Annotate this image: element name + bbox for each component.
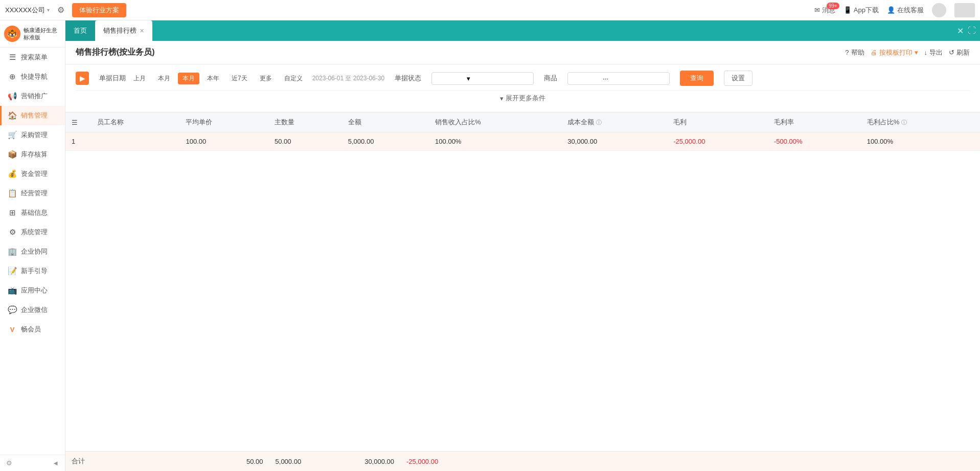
col-cost-amount: 成本全额 ⓘ	[561, 113, 667, 132]
gross-pct-info-icon[interactable]: ⓘ	[901, 119, 907, 125]
status-select[interactable]: ▾	[431, 72, 534, 85]
date-filter-label: 单据日期	[99, 74, 126, 83]
sidebar-item-finance[interactable]: 💰 资金管理	[0, 164, 65, 184]
sidebar-item-system[interactable]: ⚙ 系统管理	[0, 222, 65, 242]
goods-select[interactable]: ···	[567, 72, 670, 85]
settings-icon[interactable]: ⚙	[54, 3, 68, 17]
print-icon: 🖨	[871, 49, 877, 56]
sidebar-item-app-center[interactable]: 📺 应用中心	[0, 281, 65, 300]
member-icon: V	[8, 326, 17, 333]
cell-amount: 5,000.00	[342, 132, 429, 151]
status-chevron-icon: ▾	[467, 75, 470, 82]
page-header: 销售排行榜(按业务员) ? 帮助 🖨 按模板打印 ▾ ↓ 导出	[65, 41, 980, 64]
filter-row-1: ▶ 单据日期 上月 本月 本月 本年 近7天 更多 自定义 2023-06-01…	[76, 71, 970, 86]
enterprise-icon: 🏢	[8, 247, 17, 256]
export-button[interactable]: ↓ 导出	[924, 48, 943, 57]
cell-main-qty: 50.00	[268, 132, 342, 151]
date-btn-more[interactable]: 更多	[255, 73, 277, 84]
sidebar-label-member: 畅会员	[21, 325, 41, 334]
online-service-button[interactable]: 👤 在线客服	[887, 6, 924, 15]
tab-maximize-icon[interactable]: ⛶	[968, 26, 976, 35]
data-table: ☰ 员工名称 平均单价 主数量 全额 销售收入占比% 成本全额 ⓘ 毛利	[65, 113, 980, 151]
content-area: 首页 销售排行榜 ✕ ✕ ⛶ 销售排行榜(按业务员) ? 帮助	[65, 20, 980, 471]
finance-icon: 💰	[8, 169, 17, 178]
sidebar-item-basic[interactable]: ⊞ 基础信息	[0, 203, 65, 222]
template-print-button[interactable]: 🖨 按模板打印 ▾	[871, 48, 918, 57]
col-gross-pct: 毛利占比% ⓘ	[861, 113, 980, 132]
date-btn-active[interactable]: 本月	[178, 73, 199, 84]
date-btn-7days[interactable]: 近7天	[227, 73, 252, 84]
company-selector[interactable]: XXXXXX公司 ▾	[5, 6, 50, 15]
filter-toggle-button[interactable]: ▶	[76, 72, 89, 85]
tab-sales-ranking[interactable]: 销售排行榜 ✕	[95, 20, 152, 41]
date-btn-this-month[interactable]: 本月	[153, 73, 175, 84]
bottom-settings-icon[interactable]: ⚙	[6, 459, 12, 467]
sidebar-item-marketing[interactable]: 📢 营销推广	[0, 86, 65, 106]
col-amount: 全额	[342, 113, 429, 132]
date-btn-this-year[interactable]: 本年	[202, 73, 224, 84]
company-name: XXXXXX公司	[5, 6, 45, 15]
tab-home[interactable]: 首页	[65, 20, 95, 41]
collapse-icon[interactable]: ◄	[52, 459, 59, 467]
online-service-label: 在线客服	[897, 6, 924, 15]
refresh-button[interactable]: ↺ 刷新	[949, 48, 970, 57]
help-button[interactable]: ? 帮助	[845, 48, 864, 57]
app-download-button[interactable]: 📱 App下载	[844, 6, 879, 15]
sidebar-item-wechat[interactable]: 💬 企业微信	[0, 300, 65, 320]
top-bar: XXXXXX公司 ▾ ⚙ 体验行业方案 ✉ 消息 99+ 📱 App下载 👤 在…	[0, 0, 980, 20]
page-title: 销售排行榜(按业务员)	[76, 47, 155, 58]
sidebar-label-operation: 经营管理	[21, 189, 48, 198]
cell-rank: 1	[65, 132, 91, 151]
sidebar-item-sales[interactable]: 🏠 销售管理	[0, 106, 65, 125]
footer-total-label: 合计	[72, 457, 85, 465]
system-icon: ⚙	[8, 228, 17, 237]
logo-area: 🐯 畅康通好生意 标准版	[0, 20, 65, 48]
top-right-area: ✉ 消息 99+ 📱 App下载 👤 在线客服	[814, 3, 975, 17]
settings-button[interactable]: 设置	[724, 71, 753, 86]
date-btn-custom[interactable]: 自定义	[280, 73, 307, 84]
logo-symbol: 🐯	[7, 29, 17, 39]
sidebar-label-purchase: 采购管理	[21, 130, 48, 140]
sidebar-item-enterprise[interactable]: 🏢 企业协同	[0, 242, 65, 261]
sidebar-label-quick-nav: 快捷导航	[21, 72, 48, 81]
sidebar-item-guide[interactable]: 📝 新手引导	[0, 261, 65, 281]
date-btn-last-month[interactable]: 上月	[129, 73, 150, 84]
page-actions: ? 帮助 🖨 按模板打印 ▾ ↓ 导出 ↺ 刷新	[845, 48, 970, 57]
table-body: 1 100.00 50.00 5,000.00 100.00% 30,000.0…	[65, 132, 980, 151]
tab-close-icon[interactable]: ✕	[140, 28, 144, 34]
print-chevron-icon: ▾	[915, 49, 918, 56]
sidebar-item-operation[interactable]: 📋 经营管理	[0, 184, 65, 203]
chevron-down-icon: ▾	[47, 7, 50, 13]
table-wrapper: ☰ 员工名称 平均单价 主数量 全额 销售收入占比% 成本全额 ⓘ 毛利	[65, 113, 980, 451]
sidebar-item-purchase[interactable]: 🛒 采购管理	[0, 125, 65, 145]
cell-gross-pct: 100.00%	[861, 132, 980, 151]
app-download-label: App下载	[854, 6, 879, 15]
message-icon: ✉	[814, 6, 820, 14]
avatar[interactable]	[932, 3, 946, 17]
sidebar-label-wechat: 企业微信	[21, 305, 48, 315]
user-name-area	[954, 3, 975, 17]
col-name: 员工名称	[91, 113, 179, 132]
expand-chevron-icon: ▾	[500, 95, 504, 102]
table-row: 1 100.00 50.00 5,000.00 100.00% 30,000.0…	[65, 132, 980, 151]
sidebar-item-inventory[interactable]: 📦 库存核算	[0, 145, 65, 164]
query-button[interactable]: 查询	[680, 71, 714, 86]
sidebar-item-search[interactable]: ☰ 搜索菜单	[0, 48, 65, 67]
col-rank: ☰	[65, 113, 91, 132]
guide-icon: 📝	[8, 266, 17, 276]
basic-icon: ⊞	[8, 208, 17, 217]
tab-close-all-icon[interactable]: ✕	[957, 26, 964, 36]
trial-button[interactable]: 体验行业方案	[72, 3, 126, 17]
export-icon: ↓	[924, 49, 928, 56]
sidebar-item-member[interactable]: V 畅会员	[0, 320, 65, 339]
sidebar-label-enterprise: 企业协同	[21, 247, 48, 256]
col-avg-price: 平均单价	[179, 113, 268, 132]
expand-filter-button[interactable]: ▾ 展开更多条件	[76, 90, 970, 106]
cost-info-icon[interactable]: ⓘ	[596, 119, 602, 125]
rank-settings-icon[interactable]: ☰	[72, 119, 78, 126]
refresh-label: 刷新	[956, 48, 970, 57]
logo-line1: 畅康通好生意	[24, 27, 57, 34]
sidebar-item-quick-nav[interactable]: ⊕ 快捷导航	[0, 67, 65, 86]
tab-sales-ranking-label: 销售排行榜	[103, 26, 136, 35]
message-button[interactable]: ✉ 消息 99+	[814, 6, 835, 15]
